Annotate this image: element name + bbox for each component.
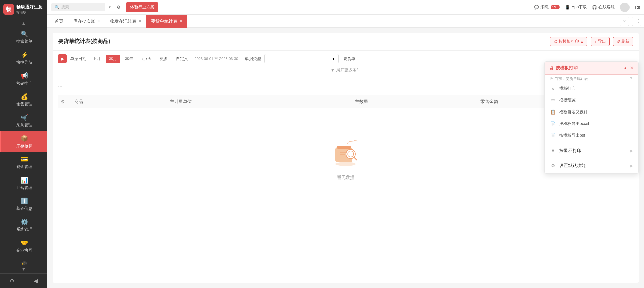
sidebar-item-system[interactable]: ⚙️ 系统管理	[0, 215, 47, 236]
tab-inventory-batch-close[interactable]: ✕	[97, 19, 100, 23]
date-range-display: 2023-06-01 至 2023-06-30	[195, 56, 238, 61]
app-download-button[interactable]: 📱 App下载	[565, 4, 587, 10]
template-design-label: 模板自定义设计	[559, 109, 588, 115]
settings-icon[interactable]: ⚙	[10, 278, 14, 284]
dropdown-item-set-default[interactable]: ⚙ 设置默认功能 ▶	[545, 160, 638, 172]
type-select[interactable]: ▼	[264, 54, 339, 63]
logo-text: 畅康通好生意 标准版	[16, 4, 42, 14]
sidebar-item-quick-nav[interactable]: ⚡ 快捷导航	[0, 48, 47, 69]
date-prev-month[interactable]: 上月	[90, 55, 104, 63]
search-bar[interactable]: 🔍 搜索	[51, 3, 105, 11]
col-gear: ⚙	[58, 95, 71, 108]
export-excel-icon: 📄	[550, 121, 556, 126]
page-actions: 🖨 按模板打印 ▲ ↑ 导出 ↺ 刷新	[550, 37, 633, 46]
sidebar-item-search-menu[interactable]: 🔍 搜索菜单	[0, 27, 47, 48]
dropdown-item-display-print[interactable]: 🖥 按显示打印 ▶	[545, 145, 638, 157]
print-dropdown-menu: 🖨 按模板打印 ▲ ✕ ▶ 当前：要货单统计表 ▼ 🖨 模板打印	[544, 61, 639, 174]
sidebar-item-newbie[interactable]: 🎓 新手引导	[0, 257, 47, 265]
tab-receipt-summary-label: 收发存汇总表	[110, 18, 136, 24]
sidebar-item-operation[interactable]: 📊 经营管理	[0, 173, 47, 194]
date-current-year[interactable]: 本年	[122, 55, 136, 63]
dropdown-print-icon: 🖨	[549, 66, 554, 71]
date-custom[interactable]: 自定义	[173, 55, 191, 63]
online-service-button[interactable]: 🎧 在线客服	[592, 4, 615, 10]
date-filter-group: 上月 本月 本年 近7天 更多 自定义	[90, 55, 191, 63]
type-select-arrow: ▼	[331, 56, 335, 61]
basic-info-icon: ℹ️	[21, 197, 28, 205]
sidebar-scroll-down[interactable]: ▼	[0, 265, 47, 273]
sidebar-label-search-menu: 搜索菜单	[16, 39, 32, 44]
date-last-7[interactable]: 近7天	[138, 55, 155, 63]
print-button[interactable]: 🖨 按模板打印 ▲	[550, 37, 587, 46]
display-print-label: 按显示打印	[559, 148, 627, 154]
sidebar-item-marketing[interactable]: 📢 营销推广	[0, 69, 47, 90]
expand-down-icon: ▼	[331, 68, 335, 73]
set-default-icon: ⚙	[550, 163, 556, 168]
sidebar-footer: ⚙ ◀	[0, 273, 47, 288]
current-option-arrow: ▶	[550, 76, 555, 81]
order-label: 要货单	[343, 56, 355, 62]
page-title: 要货单统计表(按商品)	[58, 38, 110, 45]
expand-conditions-btn[interactable]: ▼ 展开更多条件	[331, 65, 360, 75]
search-dropdown-arrow[interactable]: ▼	[108, 5, 111, 9]
search-placeholder: 搜索	[61, 4, 69, 10]
dropdown-section-3: ⚙ 设置默认功能 ▶	[545, 158, 638, 173]
tab-receipt-summary-close[interactable]: ✕	[138, 19, 141, 23]
sidebar-scroll-up[interactable]: ▲	[0, 19, 47, 27]
collapse-icon[interactable]: ◀	[34, 278, 38, 284]
header-right: 💬 消息 99+ 📱 App下载 🎧 在线客服 Rit	[534, 3, 640, 12]
print-icon: 🖨	[553, 39, 557, 44]
system-icon: ⚙️	[21, 218, 28, 226]
sidebar-label-purchase: 采购管理	[16, 122, 32, 128]
cooperation-icon: 🤝	[21, 239, 28, 247]
dropdown-item-template-design[interactable]: 📋 模板自定义设计	[545, 106, 638, 118]
refresh-button[interactable]: ↺ 刷新	[613, 37, 633, 46]
dropdown-item-export-excel[interactable]: 📄 按模板导出excel	[545, 118, 638, 130]
sidebar-item-sales[interactable]: 💰 销售管理	[0, 90, 47, 110]
content-area: 要货单统计表(按商品) 🖨 按模板打印 ▲ ↑ 导出 ↺ 刷新	[47, 28, 644, 288]
date-current-month[interactable]: 本月	[106, 55, 120, 63]
export-button[interactable]: ↑ 导出	[591, 37, 610, 46]
dropdown-item-export-pdf[interactable]: 📄 按模板导出pdf	[545, 130, 638, 141]
tab-order-stats-close[interactable]: ✕	[179, 19, 182, 23]
current-option-expand[interactable]: ▼	[629, 76, 633, 80]
template-print-label: 模板打印	[559, 86, 576, 91]
message-badge: 99+	[551, 5, 560, 9]
quick-nav-icon: ⚡	[21, 51, 28, 59]
user-name: Rit	[635, 5, 640, 10]
dropdown-collapse-arrow[interactable]: ▲	[623, 66, 627, 70]
date-more[interactable]: 更多	[157, 55, 171, 63]
sidebar-item-basic-info[interactable]: ℹ️ 基础信息	[0, 194, 47, 215]
sidebar-item-cooperation[interactable]: 🤝 企业协同	[0, 236, 47, 257]
user-avatar[interactable]	[620, 3, 630, 12]
dropdown-item-template-preview[interactable]: 👁 模板预览	[545, 94, 638, 106]
empty-illustration	[329, 135, 362, 169]
dropdown-header: 🖨 按模板打印 ▲ ✕	[545, 62, 638, 75]
tab-inventory-batch-label: 库存批次账	[73, 18, 95, 24]
type-filter-label: 单据类型	[245, 56, 261, 62]
tab-expand[interactable]: ⛶	[632, 17, 641, 26]
sidebar-nav: 🔍 搜索菜单 ⚡ 快捷导航 📢 营销推广 💰 销售管理 🛒 采购管理 📦 库存核…	[0, 27, 47, 265]
filter-expand-toggle[interactable]: ▶	[58, 54, 67, 63]
table-gear-icon[interactable]: ⚙	[61, 99, 65, 104]
trial-industry-button[interactable]: 体验行业方案	[126, 2, 158, 12]
settings-button[interactable]: ⚙	[114, 3, 123, 12]
dropdown-header-label: 按模板打印	[556, 65, 578, 71]
message-icon: 💬	[534, 5, 539, 10]
more-options-icon[interactable]: ···	[58, 84, 62, 90]
tab-receipt-summary[interactable]: 收发存汇总表 ✕	[105, 15, 146, 28]
refresh-icon: ↺	[617, 39, 620, 44]
dropdown-item-template-print[interactable]: 🖨 模板打印	[545, 83, 638, 94]
dropdown-close-icon[interactable]: ✕	[630, 65, 634, 71]
tab-order-stats[interactable]: 要货单统计表 ✕	[146, 15, 187, 28]
tab-home[interactable]: 首页	[50, 15, 68, 28]
sidebar-item-purchase[interactable]: 🛒 采购管理	[0, 110, 47, 131]
sidebar-item-inventory[interactable]: 📦 库存核算	[0, 131, 47, 152]
tab-close-all[interactable]: ✕	[620, 17, 629, 26]
sidebar-item-finance[interactable]: 💳 资金管理	[0, 152, 47, 173]
template-preview-label: 模板预览	[559, 97, 576, 103]
tab-inventory-batch[interactable]: 库存批次账 ✕	[68, 15, 105, 28]
col-unit: 主计量单位	[167, 95, 352, 108]
sidebar-label-cooperation: 企业协同	[16, 248, 32, 253]
messages-button[interactable]: 💬 消息 99+	[534, 4, 560, 10]
